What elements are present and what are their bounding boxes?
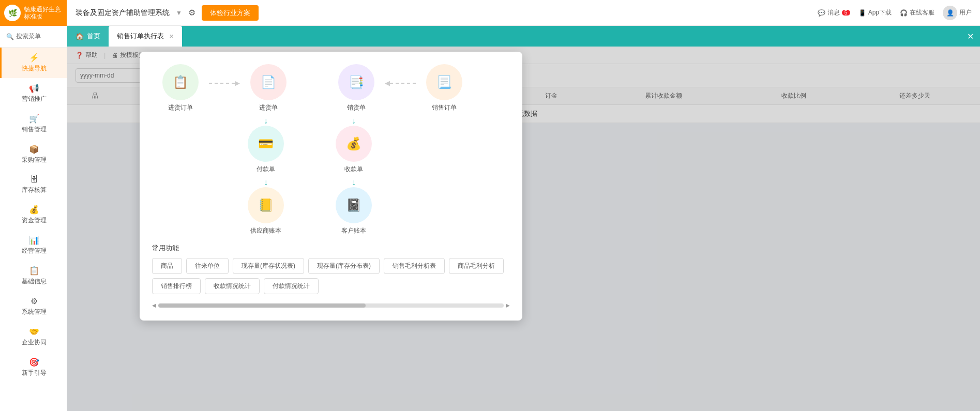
v-arrows-row2: ↓ ↓ — [152, 178, 510, 187]
sidebar-item-newbie[interactable]: 🎯 新手引导 — [0, 352, 67, 383]
func-btn-product-profit[interactable]: 商品毛利分析 — [449, 258, 504, 274]
supplier-ledger-icon: 📒 — [248, 187, 284, 223]
tab-close-icon[interactable]: ✕ — [169, 33, 174, 40]
func-btn-sales-rank[interactable]: 销售排行榜 — [152, 278, 201, 294]
scroll-right-arrow[interactable]: ▶ — [506, 302, 510, 308]
search-menu-button[interactable]: 🔍 搜索菜单 — [4, 30, 63, 43]
common-funcs-title: 常用功能 — [152, 243, 510, 253]
flow-node-purchase-order[interactable]: 📋 进货订单 — [152, 64, 209, 112]
sales-icon: 🛒 — [29, 114, 39, 124]
func-buttons-group: 商品 往来单位 现存量(库存状况表) 现存量(库存分布表) 销售毛利分析表 商品… — [152, 258, 510, 294]
sidebar-item-inventory[interactable]: 🗄 库存核算 — [0, 170, 67, 200]
topbar: 装备及固定资产辅助管理系统 ▼ ⚙ 体验行业方案 💬 消息 5 📱 App下载 … — [67, 0, 980, 26]
message-badge: 5 — [842, 10, 850, 16]
logo-text: 畅康通好生意 标准版 — [24, 6, 61, 21]
flow-node-receipt[interactable]: 💰 收款单 — [325, 126, 382, 174]
tab-sales-order[interactable]: 销售订单执行表 ✕ — [109, 26, 182, 47]
sidebar-search-area: 🔍 搜索菜单 — [0, 26, 67, 48]
receipt-icon: 💰 — [336, 126, 372, 162]
func-btn-stock-status[interactable]: 现存量(库存状况表) — [233, 258, 304, 274]
app-download-button[interactable]: 📱 App下载 — [858, 8, 892, 17]
logo-icon: 🌿 — [4, 5, 21, 21]
operation-icon: 📊 — [29, 235, 39, 245]
flow-node-payment[interactable]: 💳 付款单 — [237, 126, 294, 174]
func-btn-payment-stats[interactable]: 付款情况统计 — [264, 278, 319, 294]
arrow-po-to-pb: ▶ — [209, 79, 240, 87]
system-name: 装备及固定资产辅助管理系统 — [76, 8, 170, 18]
func-btn-product[interactable]: 商品 — [152, 258, 182, 274]
marketing-icon: 📢 — [29, 83, 39, 93]
quick-icon: ⚡ — [29, 53, 39, 63]
flow-node-purchase-bill[interactable]: 📄 进货单 — [240, 64, 297, 112]
sidebar-item-quick[interactable]: ⚡ 快捷导航 — [0, 48, 67, 78]
purchase-order-label: 进货订单 — [168, 103, 193, 112]
content-area: ❓ 帮助 | 🖨 按模板打印 ▼ | ⬆ 导出 ▼ | 🔄 刷新 — [67, 47, 980, 411]
sale-bill-label: 销货单 — [347, 103, 366, 112]
payment-icon: 💳 — [248, 126, 284, 162]
sidebar: 🌿 畅康通好生意 标准版 🔍 搜索菜单 ⚡ 快捷导航 📢 营销推广 🛒 销售管理… — [0, 0, 67, 411]
receipt-label: 收款单 — [344, 165, 363, 174]
sidebar-item-basic[interactable]: 📋 基础信息 — [0, 261, 67, 291]
v-arrows-row1: ↓ ↓ — [152, 116, 510, 126]
func-btn-sales-profit[interactable]: 销售毛利分析表 — [384, 258, 445, 274]
sidebar-item-sales[interactable]: 🛒 销售管理 — [0, 109, 67, 139]
app-icon: 📱 — [858, 9, 866, 17]
sidebar-logo: 🌿 畅康通好生意 标准版 — [0, 0, 67, 26]
payment-label: 付款单 — [257, 165, 275, 174]
purchase-bill-icon: 📄 — [250, 64, 287, 100]
flow-node-sale-order[interactable]: 📃 销售订单 — [416, 64, 473, 112]
online-service-button[interactable]: 🎧 在线客服 — [900, 8, 934, 17]
finance-icon: 💰 — [29, 205, 39, 215]
flow-node-sale-bill[interactable]: 📑 销货单 — [328, 64, 385, 112]
scroll-left-arrow[interactable]: ◀ — [152, 302, 156, 308]
scrollbar-track[interactable] — [158, 303, 504, 308]
tabbar: 🏠 首页 销售订单执行表 ✕ ✕ — [67, 26, 980, 47]
user-avatar[interactable]: 👤 用户 — [943, 6, 972, 20]
overlay: 📋 进货订单 ▶ 📄 进货单 — [67, 47, 980, 411]
collab-icon: 🤝 — [29, 327, 39, 337]
func-btn-partner[interactable]: 往来单位 — [186, 258, 229, 274]
sidebar-item-collab[interactable]: 🤝 企业协同 — [0, 322, 67, 352]
settings-icon[interactable]: ⚙ — [188, 8, 195, 18]
popup-scrollbar: ◀ ▶ — [152, 302, 510, 308]
inventory-icon: 🗄 — [30, 175, 38, 184]
purchase-icon: 📦 — [29, 144, 39, 154]
flow-node-supplier-ledger[interactable]: 📒 供应商账本 — [237, 187, 294, 235]
trial-button[interactable]: 体验行业方案 — [202, 5, 259, 21]
quick-nav-popup: 📋 进货订单 ▶ 📄 进货单 — [140, 52, 522, 321]
purchase-bill-label: 进货单 — [259, 103, 278, 112]
func-btn-stock-dist[interactable]: 现存量(库存分布表) — [308, 258, 380, 274]
newbie-icon: 🎯 — [29, 357, 39, 367]
tab-home[interactable]: 🏠 首页 — [67, 26, 109, 47]
sale-bill-icon: 📑 — [338, 64, 374, 100]
avatar-image: 👤 — [943, 6, 957, 20]
common-functions-section: 常用功能 商品 往来单位 现存量(库存状况表) 现存量(库存分布表) 销售毛利分… — [152, 243, 510, 294]
supplier-ledger-label: 供应商账本 — [250, 226, 281, 235]
system-icon: ⚙ — [31, 296, 38, 306]
system-dropdown-icon[interactable]: ▼ — [176, 9, 182, 17]
customer-ledger-icon: 📓 — [336, 187, 372, 223]
topbar-right: 💬 消息 5 📱 App下载 🎧 在线客服 👤 用户 — [818, 6, 972, 20]
purchase-order-icon: 📋 — [162, 64, 199, 100]
sidebar-item-system[interactable]: ⚙ 系统管理 — [0, 291, 67, 322]
customer-ledger-label: 客户账本 — [341, 226, 366, 235]
sidebar-item-purchase[interactable]: 📦 采购管理 — [0, 139, 67, 170]
search-icon: 🔍 — [6, 33, 14, 40]
main-area: 装备及固定资产辅助管理系统 ▼ ⚙ 体验行业方案 💬 消息 5 📱 App下载 … — [67, 0, 980, 411]
func-btn-receipt-stats[interactable]: 收款情况统计 — [205, 278, 260, 294]
message-icon: 💬 — [818, 9, 825, 17]
sidebar-item-marketing[interactable]: 📢 营销推广 — [0, 78, 67, 109]
home-icon: 🏠 — [76, 33, 84, 40]
sidebar-nav: ⚡ 快捷导航 📢 营销推广 🛒 销售管理 📦 采购管理 🗄 库存核算 💰 资金管… — [0, 48, 67, 411]
sidebar-item-operation[interactable]: 📊 经营管理 — [0, 230, 67, 261]
sale-order-icon: 📃 — [426, 64, 462, 100]
message-button[interactable]: 💬 消息 5 — [818, 8, 850, 17]
service-icon: 🎧 — [900, 9, 908, 17]
arrow-so-to-sb: ◀ — [385, 79, 416, 87]
sidebar-item-finance[interactable]: 💰 资金管理 — [0, 200, 67, 230]
scrollbar-thumb — [158, 303, 366, 308]
flow-node-customer-ledger[interactable]: 📓 客户账本 — [325, 187, 382, 235]
close-all-tabs-button[interactable]: ✕ — [961, 32, 980, 41]
basic-icon: 📋 — [29, 266, 39, 276]
sale-order-label: 销售订单 — [432, 103, 457, 112]
